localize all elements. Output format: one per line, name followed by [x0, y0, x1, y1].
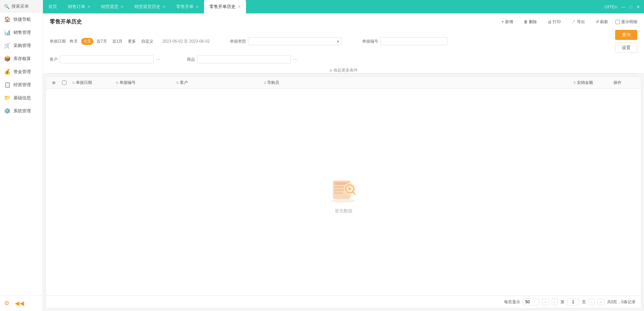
customer-input[interactable]: [60, 55, 154, 63]
add-button[interactable]: + 新增: [498, 17, 516, 27]
sidebar-item-purchase-mgmt[interactable]: 🛒采购管理: [0, 39, 43, 52]
sidebar-label-purchase-mgmt: 采购管理: [13, 43, 31, 49]
settings-icon[interactable]: ⚙: [4, 300, 9, 307]
order-num-input[interactable]: [380, 37, 447, 45]
tab-close-sales-return[interactable]: ✕: [120, 5, 123, 9]
show-detail-label[interactable]: 显示明细: [615, 19, 637, 25]
tab-bar: 首页销售订单✕销货退货✕销货退货历史✕零售开单✕零售开单历史✕ OfTEn — …: [43, 0, 644, 13]
svg-rect-5: [334, 192, 343, 194]
sidebar-item-quick-nav[interactable]: 🏠快捷导航: [0, 13, 43, 26]
tab-sales-return[interactable]: 销货退货✕: [96, 0, 129, 13]
current-page-input[interactable]: [567, 299, 579, 305]
tab-label-sales-return: 销货退货: [101, 4, 118, 10]
content-area: 零售开单历史 + 新增 🗑 删除 🖨 打印 ↗ 导出 ↺ 刷新 显示明细: [43, 13, 644, 311]
select-all-col: [59, 81, 69, 85]
sidebar-search[interactable]: 🔍 搜索采单: [0, 0, 43, 13]
col-date[interactable]: ⇅ 单据日期: [69, 80, 113, 86]
collapse-icon: ∧: [329, 68, 332, 73]
col-guide[interactable]: ⇅ 导购员: [261, 80, 308, 86]
tab-sales-order[interactable]: 销售订单✕: [62, 0, 96, 13]
sidebar-item-inventory[interactable]: 📦库存核算: [0, 52, 43, 65]
window-close[interactable]: ✕: [636, 4, 640, 9]
collapse-filter-btn[interactable]: ∧ 收起更多条件: [50, 66, 637, 73]
per-page-select[interactable]: 50 100 200: [523, 299, 539, 305]
col-num[interactable]: ⇅ 单据编号: [113, 80, 174, 86]
tab-close-retail-open-history[interactable]: ✕: [238, 5, 241, 9]
goods-dots[interactable]: ···: [293, 56, 297, 62]
col-num-label: 单据编号: [119, 80, 136, 86]
toolbar: + 新增 🗑 删除 🖨 打印 ↗ 导出 ↺ 刷新 显示明细: [498, 17, 637, 27]
sidebar-item-ops-mgmt[interactable]: 📋经营管理: [0, 78, 43, 91]
sidebar-item-sales-mgmt[interactable]: 📊销售管理: [0, 26, 43, 39]
tab-label-sales-return-history: 销货退货历史: [134, 4, 160, 10]
sidebar-label-quick-nav: 快捷导航: [13, 16, 31, 22]
tab-label-retail-open: 零售开单: [176, 4, 194, 10]
sidebar-item-sys-mgmt[interactable]: ⚙️系统管理: [0, 104, 43, 117]
tab-retail-open-history[interactable]: 零售开单历史✕: [204, 0, 246, 13]
date-range: 2023-06-02 至 2023-06-02: [162, 39, 209, 44]
set-button[interactable]: 设置: [615, 43, 637, 53]
sidebar-label-finance: 资金管理: [13, 69, 31, 75]
sidebar-search-label: 搜索采单: [11, 3, 29, 9]
table-body: 暂无数据: [46, 89, 641, 296]
sidebar-icon-purchase-mgmt: 🛒: [4, 42, 11, 49]
refresh-button[interactable]: ↺ 刷新: [592, 17, 611, 27]
query-set-col: 查询 设置: [615, 30, 637, 53]
table-area: ⚙ ⇅ 单据日期 ⇅ 单据编号 ⇅ 客户 ⇅ 导购员: [46, 76, 641, 308]
sidebar-label-sales-mgmt: 销售管理: [13, 30, 31, 36]
sidebar-item-finance[interactable]: 💰资金管理: [0, 65, 43, 78]
more-btn[interactable]: 更多: [126, 38, 138, 45]
select-all-checkbox[interactable]: [62, 81, 66, 85]
page-title: 零售开单历史: [50, 18, 82, 25]
sort-icon-num: ⇅: [116, 81, 118, 85]
sort-icon: ⇅: [72, 81, 75, 85]
column-settings-btn[interactable]: ⚙: [49, 81, 59, 85]
tab-home[interactable]: 首页: [43, 0, 62, 13]
last-page-btn[interactable]: »: [597, 299, 604, 305]
tab-close-retail-open[interactable]: ✕: [196, 5, 199, 9]
1month-btn[interactable]: 近1月: [110, 38, 125, 45]
sidebar-icon-finance: 💰: [4, 68, 11, 75]
col-guide-label: 导购员: [267, 80, 279, 86]
tab-label-retail-open-history: 零售开单历史: [209, 4, 236, 10]
col-op-label: 操作: [613, 80, 622, 86]
col-client[interactable]: ⇅ 客户: [174, 80, 261, 86]
goods-input[interactable]: [197, 55, 291, 63]
query-button[interactable]: 查询: [615, 30, 637, 40]
customer-dots[interactable]: ···: [156, 56, 160, 62]
empty-text: 暂无数据: [335, 208, 352, 214]
delete-button[interactable]: 🗑 删除: [521, 17, 540, 27]
custom-btn[interactable]: 自定义: [139, 38, 155, 45]
prev-page-btn[interactable]: ‹: [552, 299, 558, 305]
sidebar-label-sys-mgmt: 系统管理: [13, 108, 31, 114]
search-icon: 🔍: [4, 4, 9, 9]
date-shortcuts: 昨天 今天 近7天 近1月 更多 自定义: [68, 38, 155, 45]
print-button[interactable]: 🖨 打印: [544, 17, 564, 27]
sidebar-label-basic-info: 基础信息: [13, 95, 31, 101]
col-op: 操作: [611, 80, 638, 86]
show-detail-checkbox[interactable]: [615, 20, 620, 24]
tab-sales-return-history[interactable]: 销货退货历史✕: [129, 0, 171, 13]
collapse-sidebar-icon[interactable]: ◀◀: [15, 300, 24, 307]
order-type-select[interactable]: [248, 37, 342, 45]
tab-close-sales-return-history[interactable]: ✕: [162, 5, 165, 9]
col-amount[interactable]: ⇅ 实销金额: [571, 80, 611, 86]
sidebar-icon-quick-nav: 🏠: [4, 16, 11, 22]
goods-label: 商品: [187, 57, 195, 62]
yesterday-btn[interactable]: 昨天: [68, 38, 80, 45]
page-header: 零售开单历史 + 新增 🗑 删除 🖨 打印 ↗ 导出 ↺ 刷新 显示明细: [43, 13, 644, 74]
tab-close-sales-order[interactable]: ✕: [87, 5, 90, 9]
date-filter: 单据日期 昨天 今天 近7天 近1月 更多 自定义: [50, 38, 155, 45]
today-btn[interactable]: 今天: [81, 38, 93, 45]
col-client-label: 客户: [180, 80, 188, 86]
window-minimize[interactable]: —: [621, 4, 626, 9]
sort-icon-guide: ⇅: [263, 81, 266, 85]
first-page-btn[interactable]: «: [542, 299, 549, 305]
tab-retail-open[interactable]: 零售开单✕: [171, 0, 204, 13]
sidebar-item-basic-info[interactable]: 📁基础信息: [0, 91, 43, 104]
window-maximize[interactable]: □: [630, 4, 632, 9]
export-button[interactable]: ↗ 导出: [568, 17, 588, 27]
filter-row-2: 客户 ··· 商品 ···: [50, 55, 637, 63]
next-page-btn[interactable]: ›: [589, 299, 595, 305]
7days-btn[interactable]: 近7天: [95, 38, 109, 45]
